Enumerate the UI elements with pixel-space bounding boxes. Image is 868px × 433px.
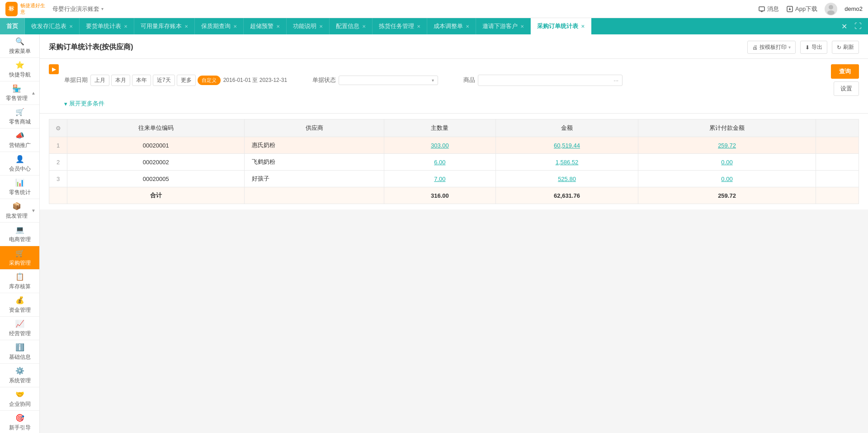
row-code: 00020001: [67, 137, 245, 154]
sidebar-item-member[interactable]: 👤 会员中心: [0, 152, 39, 176]
date-last7-btn[interactable]: 近7天: [153, 75, 175, 86]
tab-invite-downstream-close[interactable]: ✕: [520, 24, 524, 29]
goods-input[interactable]: [482, 77, 613, 84]
sidebar-item-operation[interactable]: 📈 经营管理: [0, 317, 39, 340]
sidebar-item-new-guide[interactable]: 🎯 新手引导: [0, 411, 39, 433]
tab-expiry-query-label: 保质期查询: [201, 22, 231, 30]
table-row: 3 00020005 好孩子 7.00 525.80 0.00: [49, 171, 859, 187]
footer-qty: 316.00: [384, 187, 495, 204]
tab-func-desc-close[interactable]: ✕: [319, 24, 323, 29]
message-btn[interactable]: 消息: [758, 5, 779, 13]
tab-cost-adjust-close[interactable]: ✕: [466, 24, 469, 29]
row-qty[interactable]: 6.00: [384, 154, 495, 171]
tab-overstock[interactable]: 超储预警 ✕: [244, 18, 287, 34]
footer-empty2: [245, 187, 384, 204]
row-amount[interactable]: 60,519.44: [495, 137, 638, 154]
tab-receive-summary-label: 收发存汇总表: [31, 22, 66, 30]
status-select[interactable]: ▾: [339, 76, 438, 85]
username-label[interactable]: demo2: [844, 5, 863, 12]
tab-expiry-query-close[interactable]: ✕: [233, 24, 237, 29]
sidebar-item-system[interactable]: ⚙️ 系统管理: [0, 364, 39, 387]
tab-func-desc[interactable]: 功能说明 ✕: [287, 18, 330, 34]
row-qty[interactable]: 7.00: [384, 171, 495, 187]
export-btn[interactable]: ⬇ 导出: [800, 41, 827, 54]
tab-cost-adjust[interactable]: 成本调整单 ✕: [427, 18, 476, 34]
date-label: 单据日期: [64, 76, 88, 84]
sidebar-item-basic-info[interactable]: ℹ️ 基础信息: [0, 340, 39, 364]
tab-pick-task-close[interactable]: ✕: [417, 24, 420, 29]
tab-invite-downstream[interactable]: 邀请下游客户 ✕: [476, 18, 531, 34]
workspace-selector[interactable]: 母婴行业演示账套 ▾: [52, 5, 751, 13]
sidebar-retail-mall-label: 零售商城: [9, 118, 31, 126]
sidebar-item-inventory[interactable]: 📋 库存核算: [0, 270, 39, 293]
nav-close-btn[interactable]: ✕: [839, 22, 850, 31]
data-table: ⚙ 往来单位编码 供应商 主数量 金额 累计付款金额 1 00020001 惠氏…: [49, 119, 859, 204]
purchase-icon: 🛒: [15, 249, 24, 257]
nav-expand-btn[interactable]: ⛶: [852, 22, 864, 30]
tab-config-info[interactable]: 配置信息 ✕: [330, 18, 373, 34]
row-num: 2: [49, 154, 67, 171]
col-settings: ⚙: [49, 119, 67, 137]
tab-overstock-close[interactable]: ✕: [276, 24, 280, 29]
row-paid[interactable]: 0.00: [638, 171, 816, 187]
tab-available-stock-close[interactable]: ✕: [184, 24, 188, 29]
sidebar-item-finance[interactable]: 💰 资金管理: [0, 293, 39, 317]
expand-more-btn[interactable]: ▾ 展开更多条件: [64, 100, 859, 108]
sidebar-item-ecommerce[interactable]: 💻 电商管理: [0, 223, 39, 246]
tab-expiry-query[interactable]: 保质期查询 ✕: [195, 18, 244, 34]
tab-goods-summary[interactable]: 要货单统计表 ✕: [80, 18, 134, 34]
sidebar-item-purchase[interactable]: 🛒 采购管理: [0, 246, 39, 270]
row-amount[interactable]: 1,586.52: [495, 154, 638, 171]
refresh-icon: ↻: [837, 44, 841, 51]
date-more-btn[interactable]: 更多: [177, 75, 196, 86]
tab-pick-task[interactable]: 拣货任务管理 ✕: [373, 18, 427, 34]
tab-home[interactable]: 首页: [0, 18, 25, 34]
row-amount[interactable]: 525.80: [495, 171, 638, 187]
app-download-label: App下载: [795, 5, 817, 13]
sidebar-item-retail[interactable]: 🏪 零售管理 ▲: [0, 81, 39, 105]
row-extra: [816, 171, 859, 187]
sidebar-item-search[interactable]: 🔍 搜索菜单: [0, 34, 39, 58]
row-paid[interactable]: 0.00: [638, 154, 816, 171]
tab-goods-summary-close[interactable]: ✕: [124, 24, 127, 29]
date-this-month-btn[interactable]: 本月: [111, 75, 130, 86]
row-qty[interactable]: 303.00: [384, 137, 495, 154]
inventory-icon: 📋: [15, 272, 24, 281]
sidebar-finance-label: 资金管理: [9, 306, 31, 314]
sidebar-item-retail-mall[interactable]: 🛒 零售商城: [0, 105, 39, 128]
refresh-btn[interactable]: ↻ 刷新: [832, 41, 859, 54]
query-btn[interactable]: 查询: [831, 64, 859, 79]
date-this-year-btn[interactable]: 本年: [132, 75, 151, 86]
app-download-btn[interactable]: App下载: [786, 5, 817, 13]
sidebar-item-retail-stat[interactable]: 📊 零售统计: [0, 176, 39, 199]
sidebar-item-marketing[interactable]: 📣 营销推广: [0, 128, 39, 152]
operation-icon: 📈: [15, 319, 24, 328]
date-last-month-btn[interactable]: 上月: [90, 75, 109, 86]
goods-more-icon: ···: [613, 77, 618, 84]
avatar-icon: [825, 3, 837, 15]
table-footer: 合计 316.00 62,631.76 259.72: [49, 187, 859, 204]
page-header: 采购订单统计表(按供应商) 🖨 按模板打印 ▾ ⬇ 导出 ↻ 刷新: [40, 34, 868, 59]
tab-config-info-close[interactable]: ✕: [362, 24, 366, 29]
tab-purchase-summary-close[interactable]: ✕: [581, 24, 585, 29]
table-footer-row: 合计 316.00 62,631.76 259.72: [49, 187, 859, 204]
top-bar: 标 畅捷通好生意 母婴行业演示账套 ▾ 消息 App下载 demo2: [0, 0, 868, 18]
basic-info-icon: ℹ️: [15, 343, 24, 352]
workspace-name: 母婴行业演示账套: [52, 5, 99, 13]
tab-available-stock[interactable]: 可用量库存账本 ✕: [134, 18, 195, 34]
main-content: 采购订单统计表(按供应商) 🖨 按模板打印 ▾ ⬇ 导出 ↻ 刷新: [40, 34, 868, 433]
sidebar-marketing-label: 营销推广: [9, 142, 31, 149]
table-area: ⚙ 往来单位编码 供应商 主数量 金额 累计付款金额 1 00020001 惠氏…: [40, 114, 868, 209]
col-settings-icon[interactable]: ⚙: [56, 125, 61, 132]
sidebar-item-enterprise-coop[interactable]: 🤝 企业协同: [0, 387, 39, 411]
print-btn[interactable]: 🖨 按模板打印 ▾: [747, 41, 796, 54]
filter-toggle-btn[interactable]: ▶: [49, 64, 59, 74]
setting-btn[interactable]: 设置: [834, 81, 859, 96]
tab-receive-summary-close[interactable]: ✕: [69, 24, 73, 29]
table-row: 2 00020002 飞鹤奶粉 6.00 1,586.52 0.00: [49, 154, 859, 171]
tab-receive-summary[interactable]: 收发存汇总表 ✕: [25, 18, 80, 34]
tab-purchase-summary[interactable]: 采购订单统计表 ✕: [531, 18, 591, 34]
row-paid[interactable]: 259.72: [638, 137, 816, 154]
sidebar-item-quick-nav[interactable]: ⭐ 快捷导航: [0, 58, 39, 81]
sidebar-item-wholesale[interactable]: 📦 批发管理 ▼: [0, 199, 39, 223]
